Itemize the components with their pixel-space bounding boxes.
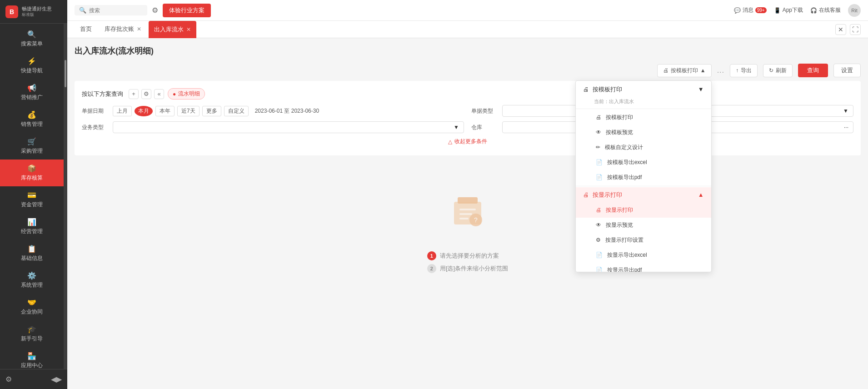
sidebar-item-label-system: 系统管理 bbox=[21, 281, 43, 289]
sidebar-item-marketing[interactable]: 📢 营销推广 bbox=[0, 79, 64, 106]
sidebar-item-system[interactable]: ⚙️ 系统管理 bbox=[0, 267, 64, 294]
settings-button[interactable]: 设置 bbox=[833, 64, 861, 77]
print-template-button[interactable]: 🖨 按模板打印 ▲ bbox=[657, 64, 712, 77]
close-all-tabs-button[interactable]: ✕ bbox=[835, 24, 846, 35]
date-opt-本月[interactable]: 本月 bbox=[135, 106, 153, 116]
collapse-button[interactable]: △ 收起更多条件 bbox=[82, 135, 853, 148]
inventory-icon: 📦 bbox=[27, 164, 36, 173]
template-preview-item[interactable]: 👁 按模板预览 bbox=[576, 125, 711, 140]
display-print-item[interactable]: 🖨 按显示打印 bbox=[576, 203, 711, 218]
template-design-item[interactable]: ✏ 模板自定义设计 bbox=[576, 140, 711, 155]
sidebar: B 畅捷通好生意 标准版 🔍 搜索菜单 ⚡ 快捷导航 📢 营销推广 💰 销售管理… bbox=[0, 0, 67, 389]
finance-icon: 💳 bbox=[27, 191, 36, 199]
sidebar-item-collab[interactable]: 🤝 企业协同 bbox=[0, 294, 64, 320]
page-title: 出入库流水(流水明细) bbox=[75, 45, 861, 56]
trial-button[interactable]: 体验行业方案 bbox=[163, 4, 211, 17]
template-excel-item[interactable]: 📄 按模板导出excel bbox=[576, 155, 711, 170]
sidebar-item-purchase[interactable]: 🛒 采购管理 bbox=[0, 133, 64, 160]
sidebar-item-label-appstore: 应用中心 bbox=[21, 362, 43, 369]
app-download-button[interactable]: 📱 App下载 bbox=[774, 6, 803, 14]
sidebar-item-label-collab: 企业协同 bbox=[21, 308, 43, 316]
search-input[interactable] bbox=[89, 7, 143, 14]
tab-label-batch: 库存批次账 bbox=[105, 25, 134, 33]
display-section-header[interactable]: 🖨 按显示打印 ▲ bbox=[576, 187, 711, 203]
user-avatar[interactable]: Rit bbox=[848, 4, 861, 17]
sidebar-item-shortcut[interactable]: ⚡ 快捷导航 bbox=[0, 52, 64, 79]
divider-2 bbox=[576, 186, 711, 186]
date-opt-更多[interactable]: 更多 bbox=[202, 106, 221, 116]
business-type-select[interactable]: ▼ bbox=[113, 121, 464, 133]
guide-icon: 🎓 bbox=[27, 325, 36, 334]
operation-icon: 📊 bbox=[27, 218, 36, 226]
sales-icon: 💰 bbox=[27, 110, 36, 119]
sidebar-item-label-basic: 基础信息 bbox=[21, 254, 43, 262]
sidebar-scrollbar[interactable] bbox=[64, 24, 67, 369]
display-pdf-item[interactable]: 📄 按显示导出pdf bbox=[576, 263, 711, 272]
marketing-icon: 📢 bbox=[27, 84, 36, 92]
tab-home[interactable]: 首页 bbox=[75, 21, 97, 38]
query-button[interactable]: 查询 bbox=[798, 64, 828, 77]
chevron-up-icon: ▲ bbox=[700, 67, 706, 74]
date-range-display: 2023-06-01 至 2023-06-30 bbox=[255, 107, 319, 115]
template-print-item[interactable]: 🖨 按模板打印 bbox=[576, 110, 711, 125]
tabs-right-actions: ✕ ⛶ bbox=[835, 24, 861, 35]
sidebar-item-appstore[interactable]: 🏪 应用中心 bbox=[0, 347, 64, 369]
step-2-num: 2 bbox=[427, 264, 436, 273]
add-filter-button[interactable]: + bbox=[129, 89, 139, 99]
display-excel-item[interactable]: 📄 按显示导出excel bbox=[576, 248, 711, 263]
more-options-dots[interactable]: ... bbox=[717, 66, 724, 75]
empty-step-1: 1 请先选择要分析的方案 bbox=[427, 251, 508, 260]
step-1-num: 1 bbox=[427, 251, 436, 260]
settings-icon[interactable]: ⚙ bbox=[5, 375, 12, 384]
print-doc-icon: 🖨 bbox=[596, 114, 601, 120]
filter-header-icons: + ⚙ « bbox=[129, 89, 164, 99]
sidebar-item-finance[interactable]: 💳 资金管理 bbox=[0, 186, 64, 213]
search-icon: 🔍 bbox=[79, 7, 86, 14]
divider-1 bbox=[576, 109, 711, 109]
warehouse-more-icon: ··· bbox=[844, 124, 848, 130]
sidebar-item-label-marketing: 营销推广 bbox=[21, 94, 43, 101]
sidebar-item-operation[interactable]: 📊 经营管理 bbox=[0, 213, 64, 240]
sidebar-item-sales[interactable]: 💰 销售管理 bbox=[0, 106, 64, 133]
export-button[interactable]: ↑ 导出 bbox=[730, 64, 758, 77]
maximize-tab-button[interactable]: ⛶ bbox=[850, 24, 861, 35]
filter-tag[interactable]: ● 流水明细 bbox=[168, 88, 205, 100]
date-opt-本年[interactable]: 本年 bbox=[155, 106, 175, 116]
app-icon: 📱 bbox=[774, 7, 781, 14]
tab-label-flow: 出入库流水 bbox=[154, 25, 184, 34]
filter-header: 按以下方案查询 + ⚙ « ● 流水明细 bbox=[82, 88, 853, 100]
svg-rect-2 bbox=[459, 209, 476, 210]
sidebar-item-basic[interactable]: 📋 基础信息 bbox=[0, 240, 64, 267]
tab-batch[interactable]: 库存批次账✕ bbox=[99, 21, 147, 38]
filter-collapse-button[interactable]: « bbox=[154, 89, 164, 99]
sidebar-item-label-guide: 新手引导 bbox=[21, 335, 43, 343]
gear-icon[interactable]: ⚙ bbox=[152, 6, 158, 15]
date-filter-field: 单据日期 上月本月本年近7天更多自定义 2023-06-01 至 2023-06… bbox=[82, 106, 464, 116]
collapse-up-icon: △ bbox=[448, 139, 452, 145]
sidebar-item-search[interactable]: 🔍 搜索菜单 bbox=[0, 25, 64, 52]
tab-close-flow[interactable]: ✕ bbox=[186, 26, 191, 33]
date-opt-上月[interactable]: 上月 bbox=[113, 106, 132, 116]
warehouse-label: 仓库 bbox=[471, 124, 499, 131]
sidebar-item-guide[interactable]: 🎓 新手引导 bbox=[0, 320, 64, 347]
display-print-icon: 🖨 bbox=[583, 191, 589, 198]
filter-settings-button[interactable]: ⚙ bbox=[141, 89, 151, 99]
message-button[interactable]: 💬 消息 99+ bbox=[734, 6, 767, 14]
template-pdf-item[interactable]: 📄 按模板导出pdf bbox=[576, 170, 711, 185]
business-type-label: 业务类型 bbox=[82, 124, 109, 131]
date-opt-近7天[interactable]: 近7天 bbox=[177, 106, 200, 116]
display-settings-item[interactable]: ⚙ 按显示打印设置 bbox=[576, 233, 711, 248]
refresh-button[interactable]: ↻ 刷新 bbox=[763, 64, 793, 77]
template-section-header[interactable]: 🖨 按模板打印 ▼ bbox=[576, 81, 711, 98]
tab-flow[interactable]: 出入库流水✕ bbox=[149, 21, 196, 38]
message-icon: 💬 bbox=[734, 7, 741, 14]
tab-close-batch[interactable]: ✕ bbox=[137, 26, 141, 32]
display-preview-item[interactable]: 👁 按显示预览 bbox=[576, 218, 711, 233]
date-opt-自定义[interactable]: 自定义 bbox=[224, 106, 249, 116]
sidebar-item-inventory[interactable]: 📦 库存核算 bbox=[0, 160, 64, 186]
filter-tag-dot: ● bbox=[173, 91, 176, 97]
appstore-icon: 🏪 bbox=[27, 352, 36, 360]
collapse-icon[interactable]: ◀▶ bbox=[51, 375, 62, 384]
dropdown-scroll-area: 🖨 按模板打印 ▼ 当前：出入库流水 🖨 按模板打印 👁 bbox=[576, 81, 711, 272]
online-service-button[interactable]: 🎧 在线客服 bbox=[810, 6, 841, 14]
